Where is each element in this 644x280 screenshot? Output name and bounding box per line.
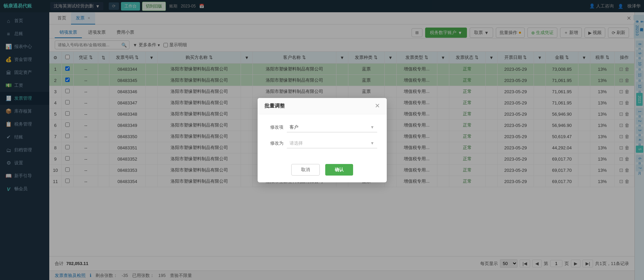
- modal-overlay: 批量调整 ✕ 修改项 客户 ▼ 修改为 请选择 ▼ 取消 确认: [0, 0, 644, 280]
- modal-footer: 取消 确认: [258, 160, 387, 182]
- modal-close-btn[interactable]: ✕: [375, 103, 380, 109]
- to-select-arrow: ▼: [370, 141, 375, 146]
- field-select-arrow: ▼: [370, 125, 375, 130]
- modal-body: 修改项 客户 ▼ 修改为 请选择 ▼: [258, 114, 387, 160]
- modify-to-placeholder: 请选择: [290, 140, 303, 146]
- modify-field-value: 客户: [290, 124, 298, 130]
- modal-row-field: 修改项 客户 ▼: [267, 122, 377, 132]
- modify-field-label: 修改项: [267, 124, 283, 130]
- modal-cancel-btn[interactable]: 取消: [291, 164, 320, 176]
- modal-header: 批量调整 ✕: [258, 98, 387, 114]
- modify-to-label: 修改为: [267, 140, 283, 146]
- modal-row-value: 修改为 请选择 ▼: [267, 138, 377, 148]
- modify-to-select[interactable]: 请选择 ▼: [287, 138, 377, 148]
- modal-confirm-btn[interactable]: 确认: [325, 164, 353, 176]
- modify-field-select[interactable]: 客户 ▼: [287, 122, 377, 132]
- modal-title: 批量调整: [264, 103, 285, 109]
- batch-adjust-modal: 批量调整 ✕ 修改项 客户 ▼ 修改为 请选择 ▼ 取消 确认: [258, 98, 387, 182]
